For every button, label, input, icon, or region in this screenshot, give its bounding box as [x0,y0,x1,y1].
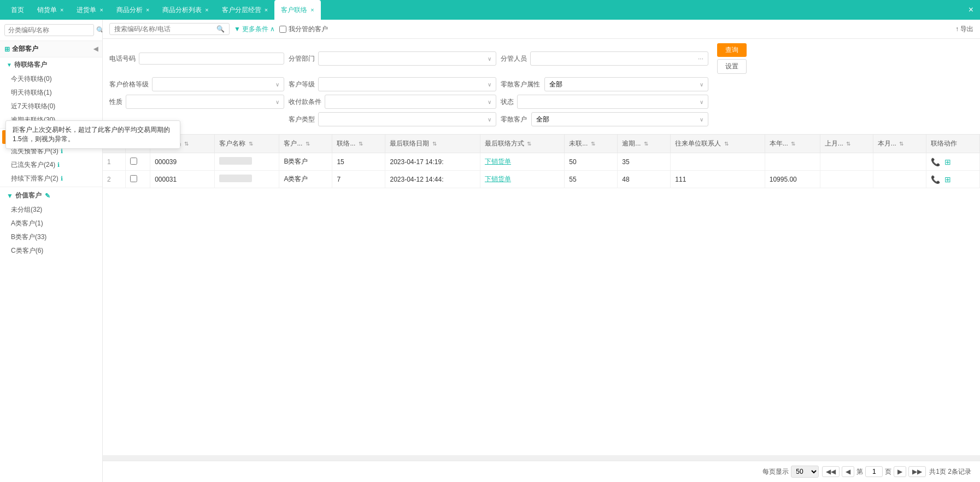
settings-button[interactable]: 设置 [717,59,747,74]
sidebar-item-class-b[interactable]: B类客户(33) [0,230,102,244]
page-number-input[interactable] [865,466,883,477]
query-button[interactable]: 查询 [717,43,747,57]
person-select[interactable]: ··· [530,51,708,66]
info-icon[interactable]: ℹ [61,175,63,182]
value-customer-group[interactable]: ▼ 价值客户 ✎ [0,188,102,203]
col-last-contact-method[interactable]: 最后联络方式 ⇅ [480,135,564,153]
edit-icon[interactable]: ✎ [45,192,50,200]
sidebar-item-ungrouped[interactable]: 未分组(32) [0,203,102,217]
col-contact-count[interactable]: 联络... ⇅ [332,135,385,153]
retail-attr-select[interactable]: 全部 ∨ [544,77,708,91]
prev-page-button[interactable]: ◀ [842,466,854,477]
row-type-cell: A类客户 [279,171,332,188]
dept-select[interactable]: ∨ [318,51,496,66]
more-conditions-button[interactable]: ▼ 更多条件 ∧ [234,25,275,34]
contact-icon[interactable]: ⊞ [944,175,951,184]
data-table-container: ⚙ 客户编码 ⇅ 客户名称 ⇅ [103,135,980,455]
sidebar-item-class-a[interactable]: A类客户(1) [0,217,102,230]
tab-product-analysis[interactable]: 商品分析 × [110,0,156,20]
col-last-month[interactable]: 上月... ⇅ [820,135,873,153]
sidebar-search-input[interactable] [4,24,94,36]
row-code-cell: 000031 [150,171,215,188]
sort-icon: ⇅ [899,141,903,147]
all-customers-header[interactable]: ⊞ 全部客户 ◀ [0,41,102,57]
row-checkbox-cell[interactable] [125,171,150,188]
tab-sales-order[interactable]: 销货单 × [31,0,70,20]
more-icon[interactable]: ··· [698,55,703,62]
row-checkbox[interactable] [130,175,137,182]
pagination-bar: 每页显示 50 100 200 ◀◀ ◀ 第 页 ▶ ▶▶ 共1页 2条记录 [103,461,980,482]
sort-icon: ⇅ [724,141,729,147]
sidebar-item-declining[interactable]: 持续下滑客户(2) ℹ [0,172,102,185]
tab-product-analysis-list[interactable]: 商品分析列表 × [156,0,215,20]
search-icon[interactable]: 🔍 [216,25,225,33]
sidebar-item-today-pending[interactable]: 今天待联络(0) [0,72,102,86]
my-customer-check[interactable] [279,26,286,33]
search-icon[interactable]: 🔍 [96,26,103,34]
row-last-method-cell[interactable]: 下销货单 [480,153,564,171]
status-select[interactable]: ∨ [517,95,708,109]
gender-select[interactable]: ∨ [126,95,284,109]
pending-contact-group[interactable]: ▼ 待联络客户 [0,57,102,72]
close-icon[interactable]: × [310,7,314,13]
close-icon[interactable]: × [99,7,103,13]
col-last-contact-date[interactable]: 最后联络日期 ⇅ [385,135,480,153]
row-checkbox-cell[interactable] [125,153,150,171]
customer-level-filter: 客户等级 ∨ [289,77,496,91]
chevron-down-icon: ∨ [488,99,491,105]
info-icon[interactable]: ℹ [57,161,60,169]
col-customer-name[interactable]: 客户名称 ⇅ [215,135,279,153]
phone-icon[interactable]: 📞 [931,175,940,184]
row-checkbox[interactable] [130,158,137,165]
tab-customer-contact[interactable]: 客户联络 × [274,0,320,20]
col-customer-type[interactable]: 客户... ⇅ [279,135,332,153]
customer-type-select[interactable]: ∨ [318,112,496,126]
close-icon[interactable]: × [205,7,208,13]
search-input[interactable] [114,25,214,33]
close-icon[interactable]: × [146,7,149,13]
col-this-year[interactable]: 本年... ⇅ [765,135,820,153]
row-name-cell [215,153,279,171]
last-method-link[interactable]: 下销货单 [485,175,511,183]
close-icon[interactable]: × [265,7,268,13]
grid-icon: ⊞ [4,45,10,53]
sidebar-item-tomorrow-pending[interactable]: 明天待联络(1) [0,86,102,100]
tab-home[interactable]: 首页 [4,0,31,20]
col-overdue-days[interactable]: 逾期... ⇅ [618,135,671,153]
row-name-cell [215,171,279,188]
collapse-icon[interactable]: ◀ [93,45,98,53]
col-this-month[interactable]: 本月... ⇅ [873,135,926,153]
horizontal-scrollbar[interactable] [103,455,980,461]
blurred-name [219,157,252,165]
price-level-select[interactable]: ∨ [152,77,284,91]
phone-icon[interactable]: 📞 [931,158,940,166]
last-method-link[interactable]: 下销货单 [485,158,511,165]
per-page-dropdown[interactable]: 50 100 200 [791,466,819,478]
customer-level-select[interactable]: ∨ [318,77,496,91]
sidebar-item-7days-pending[interactable]: 近7天待联络(0) [0,100,102,113]
last-page-button[interactable]: ▶▶ [908,466,926,477]
dept-filter: 分管部门 ∨ [289,51,496,66]
tab-purchase-order[interactable]: 进货单 × [70,0,109,20]
close-all-tabs-button[interactable]: × [969,5,973,15]
phone-input[interactable] [139,53,284,65]
sidebar-item-churned[interactable]: 已流失客户(24) ℹ [0,158,102,172]
my-customer-checkbox[interactable]: 我分管的客户 [279,25,328,34]
tab-customer-segmentation[interactable]: 客户分层经营 × [215,0,274,20]
chevron-down-icon: ∨ [488,82,491,88]
sort-icon: ⇅ [527,141,531,147]
first-page-button[interactable]: ◀◀ [822,466,840,477]
payment-select[interactable]: ∨ [325,95,496,109]
col-uncontact-days[interactable]: 未联... ⇅ [565,135,618,153]
row-action-cell: 📞 ⊞ [926,153,979,171]
export-button[interactable]: ↑ 导出 [955,25,973,34]
contact-icon[interactable]: ⊞ [944,158,951,166]
retail-customer-select[interactable]: 全部 ∨ [531,112,708,126]
close-icon[interactable]: × [60,7,63,13]
sidebar-item-class-c[interactable]: C类客户(6) [0,244,102,258]
col-related-person[interactable]: 往来单位联系人 ⇅ [671,135,765,153]
next-page-button[interactable]: ▶ [894,466,906,477]
sort-icon: ⇅ [591,141,595,147]
gender-filter: 性质 ∨ [109,95,284,109]
row-last-method-cell[interactable]: 下销货单 [480,171,564,188]
